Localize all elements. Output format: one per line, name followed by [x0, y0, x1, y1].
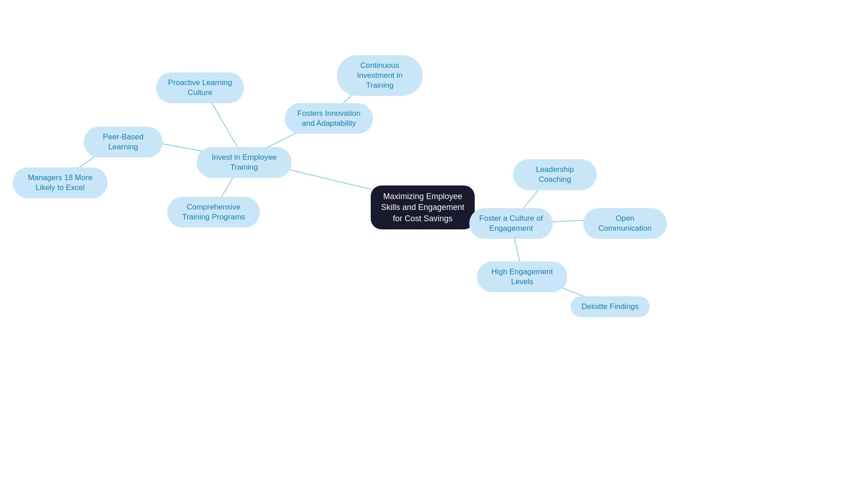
leadership-node: Leadership Coaching [513, 159, 597, 190]
peer-node: Peer-Based Learning [84, 127, 163, 157]
open-node: Open Communication [583, 208, 667, 239]
managers-node: Managers 18 More Likely to Excel [13, 167, 108, 198]
proactive-node: Proactive Learning Culture [156, 72, 244, 103]
center-node: Maximizing Employee Skills and Engagemen… [371, 186, 475, 229]
invest-node: Invest in Employee Training [197, 147, 292, 178]
deloitte-node: Deloitte Findings [571, 296, 650, 317]
foster-node: Foster a Culture of Engagement [469, 208, 553, 239]
continuous-node: Continuous Investment in Training [337, 55, 423, 96]
fosters-node: Fosters Innovation and Adaptability [285, 103, 373, 134]
comprehensive-node: Comprehensive Training Programs [167, 197, 260, 228]
high-node: High Engagement Levels [477, 262, 567, 292]
